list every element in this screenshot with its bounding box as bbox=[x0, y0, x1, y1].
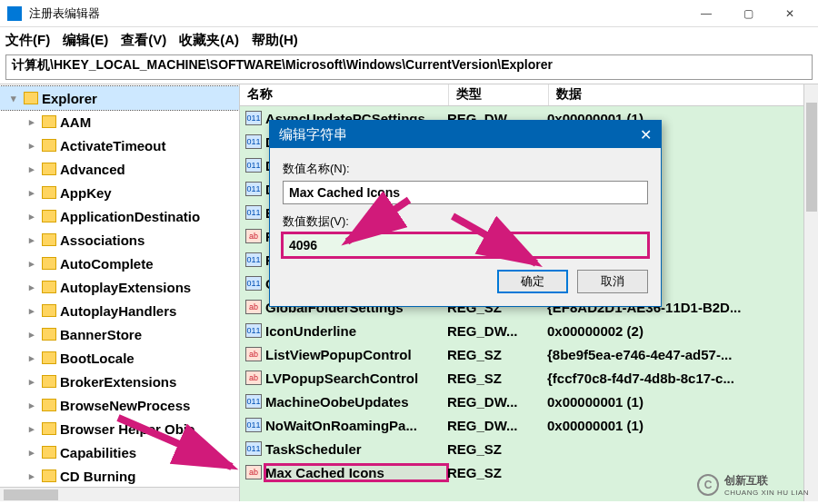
value-data: {8be9f5ea-e746-4e47-ad57-... bbox=[547, 347, 818, 362]
value-name: ListViewPopupControl bbox=[265, 347, 447, 362]
col-data[interactable]: 数据 bbox=[549, 84, 818, 105]
list-header: 名称 类型 数据 bbox=[240, 84, 818, 106]
menu-file[interactable]: 文件(F) bbox=[5, 32, 50, 49]
maximize-button[interactable]: ▢ bbox=[727, 0, 769, 27]
tree-item[interactable]: ▸BootLocale bbox=[0, 346, 239, 370]
value-type-icon: 011 bbox=[245, 418, 262, 432]
value-type: REG_DW... bbox=[447, 418, 547, 433]
value-type: REG_DW... bbox=[447, 394, 547, 410]
app-icon bbox=[7, 6, 22, 21]
minimize-button[interactable]: — bbox=[685, 0, 727, 27]
value-type: REG_DW... bbox=[447, 323, 547, 339]
value-data: 0x00000001 (1) bbox=[547, 418, 818, 433]
value-type-icon: 011 bbox=[245, 441, 262, 456]
value-name: TaskScheduler bbox=[265, 441, 447, 457]
value-data-input[interactable] bbox=[283, 233, 648, 257]
list-row[interactable]: 011MachineOobeUpdatesREG_DW...0x00000001… bbox=[240, 390, 818, 413]
list-row[interactable]: 011NoWaitOnRoamingPa...REG_DW...0x000000… bbox=[240, 413, 818, 437]
tree-item[interactable]: ▸Advanced bbox=[0, 157, 239, 181]
col-name[interactable]: 名称 bbox=[240, 84, 449, 105]
value-type-icon: 011 bbox=[245, 182, 262, 196]
value-type-icon: 011 bbox=[245, 205, 262, 220]
menu-edit[interactable]: 编辑(E) bbox=[63, 32, 108, 49]
value-type-icon: 011 bbox=[245, 111, 262, 125]
watermark: C 创新互联 CHUANG XIN HU LIAN bbox=[697, 473, 809, 497]
tree-item[interactable]: ▸AutoplayExtensions bbox=[0, 275, 239, 299]
dialog-title: 编辑字符串 bbox=[279, 126, 347, 143]
value-type: REG_SZ bbox=[447, 465, 547, 480]
value-name-input[interactable] bbox=[283, 181, 648, 204]
value-type-icon: ab bbox=[245, 465, 262, 479]
value-type-icon: 011 bbox=[245, 134, 262, 149]
menu-view[interactable]: 查看(V) bbox=[121, 32, 166, 49]
edit-string-dialog: 编辑字符串 ✕ 数值名称(N): 数值数据(V): 确定 取消 bbox=[269, 120, 662, 307]
value-type-icon: 011 bbox=[245, 394, 262, 409]
value-type-icon: 011 bbox=[245, 158, 262, 173]
tree-item[interactable]: ▸CD Burning bbox=[0, 464, 239, 488]
value-name-label: 数值名称(N): bbox=[283, 161, 648, 177]
dialog-titlebar[interactable]: 编辑字符串 ✕ bbox=[270, 121, 661, 148]
value-type-icon: 011 bbox=[245, 252, 262, 267]
list-row[interactable]: 011IconUnderlineREG_DW...0x00000002 (2) bbox=[240, 319, 818, 342]
col-type[interactable]: 类型 bbox=[449, 84, 549, 105]
value-type: REG_SZ bbox=[447, 441, 547, 457]
tree-item[interactable]: ▸AAM bbox=[0, 110, 239, 133]
value-name: NoWaitOnRoamingPa... bbox=[265, 418, 447, 433]
tree-item[interactable]: ▸BannerStore bbox=[0, 322, 239, 346]
value-data-label: 数值数据(V): bbox=[283, 213, 648, 230]
tree-item[interactable]: ▸Browser Helper Obje bbox=[0, 417, 239, 440]
watermark-sub: CHUANG XIN HU LIAN bbox=[724, 489, 809, 497]
watermark-logo-icon: C bbox=[697, 474, 719, 496]
list-row[interactable]: 011TaskSchedulerREG_SZ bbox=[240, 437, 818, 460]
tree-item[interactable]: ▸AutoplayHandlers bbox=[0, 299, 239, 322]
tree-item[interactable]: ▸Capabilities bbox=[0, 440, 239, 464]
tree-item[interactable]: ▸Associations bbox=[0, 228, 239, 252]
ok-button[interactable]: 确定 bbox=[497, 270, 568, 293]
value-data: {fccf70c8-f4d7-4d8b-8c17-c... bbox=[547, 371, 818, 386]
list-vscrollbar[interactable] bbox=[803, 84, 818, 501]
tree-item[interactable]: ▸ActivateTimeout bbox=[0, 133, 239, 157]
dialog-close-icon[interactable]: ✕ bbox=[640, 126, 652, 143]
watermark-brand: 创新互联 bbox=[724, 473, 809, 489]
value-type-icon: 011 bbox=[245, 323, 262, 338]
tree-item[interactable]: ▸AppKey bbox=[0, 181, 239, 204]
titlebar: 注册表编辑器 — ▢ ✕ bbox=[0, 0, 818, 27]
tree-item-explorer[interactable]: ▾Explorer bbox=[0, 86, 239, 110]
close-button[interactable]: ✕ bbox=[769, 0, 811, 27]
value-type-icon: 011 bbox=[245, 276, 262, 291]
address-bar[interactable]: 计算机\HKEY_LOCAL_MACHINE\SOFTWARE\Microsof… bbox=[5, 54, 813, 80]
value-type-icon: ab bbox=[245, 229, 262, 243]
value-name: MachineOobeUpdates bbox=[265, 394, 447, 410]
value-type-icon: ab bbox=[245, 347, 262, 361]
cancel-button[interactable]: 取消 bbox=[577, 270, 648, 293]
tree-item[interactable]: ▸BrokerExtensions bbox=[0, 370, 239, 393]
value-type: REG_SZ bbox=[447, 347, 547, 362]
value-name: IconUnderline bbox=[265, 323, 447, 339]
value-data: 0x00000002 (2) bbox=[547, 323, 818, 339]
value-data: 0x00000001 (1) bbox=[547, 394, 818, 410]
value-type-icon: ab bbox=[245, 300, 262, 314]
tree-item[interactable]: ▸AutoComplete bbox=[0, 252, 239, 275]
tree-item[interactable]: ▸ApplicationDestinatio bbox=[0, 204, 239, 228]
menu-help[interactable]: 帮助(H) bbox=[252, 32, 298, 49]
menubar: 文件(F) 编辑(E) 查看(V) 收藏夹(A) 帮助(H) bbox=[0, 27, 818, 53]
value-type-icon: ab bbox=[245, 371, 262, 385]
menu-fav[interactable]: 收藏夹(A) bbox=[179, 32, 239, 49]
list-row[interactable]: abListViewPopupControlREG_SZ{8be9f5ea-e7… bbox=[240, 342, 818, 366]
list-row[interactable]: abLVPopupSearchControlREG_SZ{fccf70c8-f4… bbox=[240, 366, 818, 390]
value-type: REG_SZ bbox=[447, 371, 547, 386]
value-name: Max Cached Icons bbox=[265, 465, 447, 480]
value-name: LVPopupSearchControl bbox=[265, 371, 447, 386]
tree-item[interactable]: ▸BrowseNewProcess bbox=[0, 393, 239, 417]
window-title: 注册表编辑器 bbox=[29, 5, 685, 22]
tree-pane: ▾Explorer▸AAM▸ActivateTimeout▸Advanced▸A… bbox=[0, 84, 240, 501]
tree-hscrollbar[interactable] bbox=[0, 487, 239, 501]
